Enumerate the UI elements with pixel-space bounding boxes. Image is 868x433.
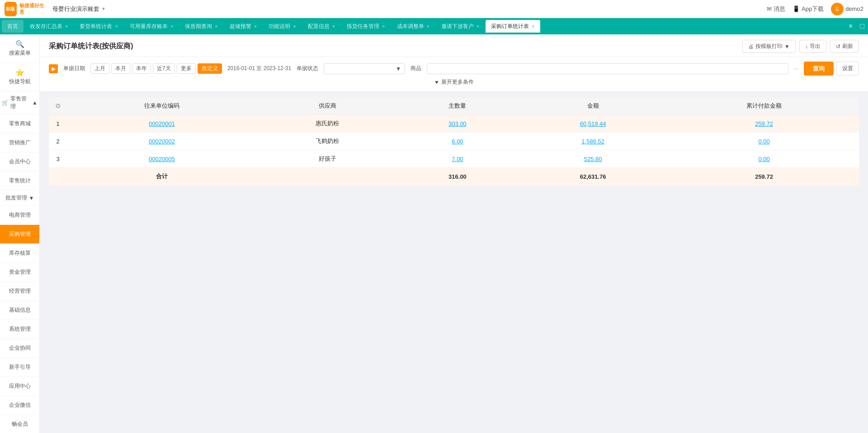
cell-no-1: 2 [49, 133, 67, 150]
tab-available-stock[interactable]: 可用量库存账本 × [124, 20, 179, 33]
product-input[interactable] [427, 63, 788, 74]
date-btn-this-year[interactable]: 本年 [132, 63, 151, 74]
tab-expiry-query-label: 保质期查询 [185, 23, 212, 30]
cell-code-0[interactable]: 00020001 [67, 115, 257, 133]
cell-quantity-1[interactable]: 6.00 [398, 133, 517, 150]
tab-function-desc[interactable]: 功能说明 × [263, 20, 301, 33]
cell-amount-0[interactable]: 60,519.44 [517, 115, 669, 133]
table-footer-row: 合计 316.00 62,631.76 259.72 [49, 168, 859, 186]
sidebar-item-basic-info[interactable]: 基础信息 [0, 301, 39, 320]
sidebar-item-marketing[interactable]: 营销推广 [0, 133, 39, 152]
export-button[interactable]: ↓ 导出 [799, 40, 826, 53]
print-button[interactable]: 🖨 按模板打印 ▼ [742, 40, 796, 53]
filter-toggle-btn[interactable]: ▶ [49, 64, 58, 73]
sidebar-item-finance[interactable]: 资金管理 [0, 263, 39, 282]
cell-quantity-2[interactable]: 7.00 [398, 150, 517, 168]
sidebar-item-purchase[interactable]: 采购管理 [0, 225, 39, 244]
date-btn-custom[interactable]: 自定义 [198, 63, 222, 74]
tab-picking-task-close[interactable]: × [382, 24, 385, 29]
close-all-btn[interactable]: × [847, 21, 854, 31]
date-btn-7days[interactable]: 近7天 [153, 63, 175, 74]
sidebar-item-member2[interactable]: 畅会员 [0, 415, 39, 433]
logo-abbr-text: 标版 [6, 6, 15, 12]
tab-function-desc-close[interactable]: × [293, 24, 296, 29]
sidebar-item-enterprise[interactable]: 企业协同 [0, 339, 39, 358]
tab-available-stock-label: 可用量库存账本 [130, 23, 168, 30]
refresh-button[interactable]: ↺ 刷新 [830, 40, 859, 53]
sidebar-item-app-center[interactable]: 应用中心 [0, 377, 39, 396]
cell-code-1[interactable]: 00020002 [67, 133, 257, 150]
message-label: 消息 [774, 5, 785, 13]
cell-paid-2[interactable]: 0.00 [669, 150, 859, 168]
retail-icon: 🛒 [2, 100, 9, 106]
page-header: 采购订单统计表(按供应商) 🖨 按模板打印 ▼ ↓ 导出 ↺ 刷新 [40, 34, 868, 57]
col-code-header: 往来单位编码 [67, 97, 257, 115]
tab-cost-adjust-close[interactable]: × [427, 24, 429, 29]
cell-code-2[interactable]: 00020005 [67, 150, 257, 168]
expand-more-btn[interactable]: ▼ 展开更多条件 [49, 76, 859, 87]
cell-paid-0[interactable]: 259.72 [669, 115, 859, 133]
top-bar: 标版 畅捷通好生意 母婴行业演示账套 ▼ ✉ 消息 📱 App下载 E demo… [0, 0, 868, 18]
workspace-selector[interactable]: 母婴行业演示账套 ▼ [48, 5, 763, 13]
tab-picking-task[interactable]: 拣货任务管理 × [341, 20, 390, 33]
tab-invite-downstream-close[interactable]: × [476, 24, 479, 29]
tab-overstock[interactable]: 超储预警 × [224, 20, 262, 33]
sidebar-item-search[interactable]: 🔍 搜索菜单 [0, 34, 39, 63]
tab-config-info-close[interactable]: × [332, 24, 335, 29]
sidebar-item-inventory[interactable]: 库存核算 [0, 244, 39, 263]
table-row: 2 00020002 飞鹤奶粉 6.00 1,586.52 0.00 [49, 133, 859, 150]
cell-paid-1[interactable]: 0.00 [669, 133, 859, 150]
message-btn[interactable]: ✉ 消息 [767, 5, 785, 13]
column-setting-icon[interactable]: ⚙ [55, 102, 61, 109]
sidebar-item-member[interactable]: 会员中心 [0, 152, 39, 171]
sidebar-item-ecommerce[interactable]: 电商管理 [0, 206, 39, 225]
sidebar-item-retail-stats[interactable]: 零售统计 [0, 171, 39, 190]
tab-expiry-query-close[interactable]: × [215, 24, 217, 29]
filter-area: ▶ 单据日期 上月 本月 本年 近7天 更多 自定义 2016-01-01 至 … [40, 57, 868, 92]
sidebar-item-retail-store[interactable]: 零售商城 [0, 114, 39, 133]
sidebar-item-wholesale[interactable]: 批发管理 ▼ [0, 190, 39, 206]
sidebar-item-enterprise-wechat[interactable]: 企业微信 [0, 396, 39, 415]
sidebar-item-operations[interactable]: 经营管理 [0, 282, 39, 301]
more-filters-icon: ··· [794, 66, 798, 72]
status-select[interactable]: ▼ [324, 63, 405, 74]
col-setting-header: ⚙ [49, 97, 67, 115]
tab-invite-downstream[interactable]: 邀请下游客户 × [436, 20, 485, 33]
tab-config-info[interactable]: 配置信息 × [302, 20, 340, 33]
tab-purchase-summary-close[interactable]: × [532, 24, 534, 29]
top-right-area: ✉ 消息 📱 App下载 E demo2 [767, 3, 863, 15]
user-area[interactable]: E demo2 [831, 3, 863, 15]
tab-order-summary-close[interactable]: × [115, 24, 118, 29]
sidebar-item-quick-nav[interactable]: ⭐ 快捷导航 [0, 63, 39, 91]
page-title: 采购订单统计表(按供应商) [49, 42, 133, 51]
sidebar-item-system[interactable]: 系统管理 [0, 320, 39, 339]
tab-purchase-summary-label: 采购订单统计表 [491, 23, 529, 30]
tab-available-stock-close[interactable]: × [170, 24, 173, 29]
tab-receive-send[interactable]: 收发存汇总表 × [24, 20, 73, 33]
tab-cost-adjust[interactable]: 成本调整单 × [392, 20, 435, 33]
sidebar-item-new-guide[interactable]: 新手引导 [0, 358, 39, 377]
query-button[interactable]: 查询 [804, 62, 834, 76]
date-btn-more[interactable]: 更多 [177, 63, 196, 74]
sidebar-search-label: 搜索菜单 [2, 49, 38, 57]
retail-arrow-icon: ▲ [32, 100, 38, 106]
setting-button[interactable]: 设置 [836, 62, 859, 76]
tab-overstock-close[interactable]: × [254, 24, 257, 29]
cell-quantity-0[interactable]: 303.00 [398, 115, 517, 133]
search-icon: 🔍 [2, 40, 38, 48]
cell-amount-2[interactable]: 525.80 [517, 150, 669, 168]
cell-amount-1[interactable]: 1,586.52 [517, 133, 669, 150]
wholesale-arrow-icon: ▼ [29, 195, 34, 201]
maximize-btn[interactable]: □ [858, 21, 866, 31]
user-name: demo2 [845, 5, 863, 12]
date-btn-last-month[interactable]: 上月 [90, 63, 109, 74]
refresh-icon: ↺ [836, 43, 840, 50]
tab-receive-send-close[interactable]: × [65, 24, 68, 29]
sidebar-item-retail[interactable]: 🛒 零售管理 ▲ [0, 91, 39, 114]
tab-order-summary[interactable]: 要货单统计表 × [74, 20, 123, 33]
app-download-btn[interactable]: 📱 App下载 [793, 5, 824, 13]
tab-home[interactable]: 首页 [2, 20, 24, 33]
tab-expiry-query[interactable]: 保质期查询 × [179, 20, 223, 33]
date-btn-this-month[interactable]: 本月 [111, 63, 130, 74]
tab-purchase-summary[interactable]: 采购订单统计表 × [486, 20, 540, 33]
